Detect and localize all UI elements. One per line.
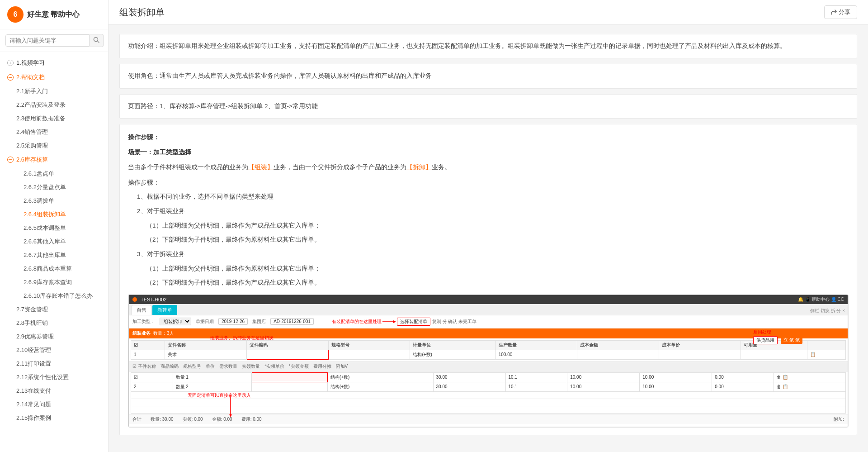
mock-confirm-btn[interactable]: 立 笔 笔 <box>781 337 802 344</box>
role-block: 使用角色：通常由生产人员或库管人员完成拆装业务的操作，库管人员确认原材料的出库和… <box>119 64 857 88</box>
annotation-switch-label: 组装业务、拆卸业务在这里切换 <box>210 335 274 341</box>
steps-block: 操作步骤： 场景一：加工类型选择 当由多个子件材料组装成一个成品的业务为【组装】… <box>119 124 857 435</box>
steps-title: 操作步骤： <box>128 132 849 143</box>
mock-type-btn[interactable]: 组装业务 <box>132 330 151 337</box>
step3: 3、对于拆装业务 <box>128 248 849 260</box>
mock-date: 2019-12-26 <box>218 318 248 325</box>
sidebar-item-2-6-9[interactable]: 2.6.9库存账本查询 <box>0 276 108 289</box>
svg-marker-7 <box>229 414 232 417</box>
mock-app-icon <box>132 297 137 302</box>
sidebar-item-2-13[interactable]: 2.13在线支付 <box>0 384 108 398</box>
search-area <box>0 29 108 52</box>
scenario1-title: 场景一：加工类型选择 <box>128 146 849 158</box>
nav-list: + 1.视频学习 2.帮助文档 2.1新手入门 2.2产品安装及登录 2.3使用… <box>0 52 108 452</box>
mock-parent-table: ☑ 父件名称 父件编码 规格型号 计量单位 生产数量 成本金额 成本单价 可用量 <box>131 340 846 360</box>
mock-col-parent-code: 父件编码 <box>246 340 328 350</box>
mock-col-cost-amount: 成本金额 <box>577 340 659 350</box>
sidebar-item-2-8[interactable]: 2.8手机旺铺 <box>0 316 108 330</box>
collapse-icon-2-6 <box>7 157 14 163</box>
mock-bottom-section-header: ☑ 子件名称 商品编码 规格型号 单位 需求数量 实领数量 *实领单价 *实领金… <box>129 362 848 371</box>
sidebar-item-2-6-1[interactable]: 2.6.1盘点单 <box>0 167 108 181</box>
sidebar-item-2-6-4[interactable]: 2.6.4组装拆卸单 <box>0 208 108 221</box>
sidebar-item-2-11[interactable]: 2.11打印设置 <box>0 357 108 371</box>
step3-1: （1）上部明细为父件明细，最终作为原材料生成其它出库单； <box>128 263 849 275</box>
sidebar-item-2-15[interactable]: 2.15操作案例 <box>0 411 108 425</box>
mock-child-row-1: ☑ 数量 1 结构(+数) 30.00 10.1 10.00 10.00 0. <box>131 372 846 382</box>
sidebar-item-2-1[interactable]: 2.1新手入门 <box>0 85 108 98</box>
mock-bom-btn[interactable]: 选择装配清单 <box>397 318 430 326</box>
logo-icon: 6 <box>7 6 24 23</box>
annotation-no-bom-arrow <box>226 395 235 417</box>
sidebar-item-2-6-10[interactable]: 2.6.10库存账本错了怎么办 <box>0 289 108 303</box>
step2: 2、对于组装业务 <box>128 205 849 217</box>
svg-marker-5 <box>393 320 396 323</box>
sidebar-item-docs[interactable]: 2.帮助文档 <box>0 70 108 85</box>
collapse-icon <box>7 74 14 81</box>
sidebar-item-2-4[interactable]: 2.4销售管理 <box>0 125 108 139</box>
sidebar-item-2-14[interactable]: 2.14常见问题 <box>0 398 108 411</box>
step3-2: （2）下部明细为子件明细，最终作为产成品生成其它入库单。 <box>128 277 849 289</box>
share-label: 分享 <box>839 8 850 16</box>
mock-type-select[interactable]: 组装拆卸 <box>160 318 191 325</box>
mock-parent-row-1: 1 美术 结构(+数) 100.00 <box>131 350 846 359</box>
main-content: 组装拆卸单 分享 功能介绍：组装拆卸单用来处理企业组装或拆卸等加工业务，支持有固… <box>108 0 868 452</box>
screenshot-inner: TEST-H002 🔔 📱 帮助中心 👤 CC 自售 新建单 侧栏 切换 拆 分… <box>128 295 848 427</box>
logo-area: 6 好生意 帮助中心 <box>0 0 108 29</box>
sidebar-item-2-5[interactable]: 2.5采购管理 <box>0 139 108 152</box>
sidebar: 6 好生意 帮助中心 + 1.视频学习 2.帮助文档 2.1新手入门 2.2产品… <box>0 0 108 452</box>
sidebar-item-2-6-7[interactable]: 2.6.7其他出库单 <box>0 248 108 262</box>
mock-col-ops <box>807 340 845 350</box>
expand-icon: + <box>7 60 14 66</box>
annotation-bom-text: 有装配清单的在这里处理 <box>332 319 382 325</box>
mock-order-id: AD-20191226-001 <box>270 318 314 325</box>
sidebar-item-2-6[interactable]: 2.6库存核算 <box>0 152 108 167</box>
sidebar-item-2-7[interactable]: 2.7资金管理 <box>0 303 108 316</box>
mock-icons: 🔔 📱 帮助中心 👤 CC <box>798 296 844 303</box>
sidebar-item-2-6-label: 2.6库存核算 <box>16 156 48 164</box>
mock-app-name: TEST-H002 <box>141 297 166 302</box>
sidebar-item-video[interactable]: + 1.视频学习 <box>0 56 108 70</box>
path-text: 页面路径：1、库存核算->库存管理->组装拆卸单 2、首页->常用功能 <box>128 103 318 109</box>
scenario1-intro: 当由多个子件材料组装成一个成品的业务为【组装】业务，当由一个父件拆分成多个子产品… <box>128 162 849 173</box>
mock-titlebar: TEST-H002 🔔 📱 帮助中心 👤 CC <box>129 295 848 304</box>
mock-child-row-4 <box>131 399 846 406</box>
mock-annotation-row: 无固定清单可以直接在这里录入 <box>129 424 848 427</box>
sidebar-item-2-6-5[interactable]: 2.6.5成本调整单 <box>0 221 108 235</box>
sidebar-item-2-6-8[interactable]: 2.6.8商品成本重算 <box>0 262 108 276</box>
sidebar-item-2-6-6[interactable]: 2.6.6其他入库单 <box>0 235 108 248</box>
mock-nav-icons: 侧栏 切换 拆 分 × <box>810 308 845 315</box>
sidebar-item-2-10[interactable]: 2.10经营管理 <box>0 343 108 357</box>
step2-2: （2）下部明细为子件明细，最终作为原材料生成其它出库单。 <box>128 234 849 246</box>
mock-enable-input[interactable]: 供货品用 <box>753 336 778 344</box>
search-button[interactable] <box>90 34 104 47</box>
annotation-no-bom-label: 无固定清单可以直接在这里录入 <box>188 392 251 399</box>
mock-top-table-area: ☑ 父件名称 父件编码 规格型号 计量单位 生产数量 成本金额 成本单价 可用量 <box>129 338 848 362</box>
sidebar-item-2-6-2[interactable]: 2.6.2分量盘点单 <box>0 181 108 194</box>
mock-tab-new[interactable]: 新建单 <box>152 305 177 315</box>
mock-col-cost-price: 成本单价 <box>659 340 741 350</box>
mock-footer-totals: 合计 数量: 30.00 实领: 0.00 金额: 0.00 费用: 0.00 … <box>129 414 848 424</box>
content-area: 功能介绍：组装拆卸单用来处理企业组装或拆卸等加工业务，支持有固定装配清单的产品加… <box>108 25 868 452</box>
screenshot-container: TEST-H002 🔔 📱 帮助中心 👤 CC 自售 新建单 侧栏 切换 拆 分… <box>128 294 849 428</box>
mock-type-switch-row: 组装业务 数量：3人 组装业务、拆卸业务在这里切换 启用处理 供货品用 立 笔 … <box>129 328 848 338</box>
share-button[interactable]: 分享 <box>824 5 857 19</box>
sidebar-item-2-2[interactable]: 2.2产品安装及登录 <box>0 98 108 112</box>
scenario1-steps-title: 操作步骤： <box>128 177 849 189</box>
mock-tab-zishou[interactable]: 自售 <box>132 305 151 315</box>
sidebar-item-2-6-3[interactable]: 2.6.3调拨单 <box>0 194 108 208</box>
intro-block: 功能介绍：组装拆卸单用来处理企业组装或拆卸等加工业务，支持有固定装配清单的产品加… <box>119 34 857 58</box>
sidebar-item-video-label: 1.视频学习 <box>16 59 45 67</box>
arrow-svg <box>382 319 396 324</box>
sidebar-item-2-12[interactable]: 2.12系统个性化设置 <box>0 371 108 384</box>
path-block: 页面路径：1、库存核算->库存管理->组装拆卸单 2、首页->常用功能 <box>119 94 857 119</box>
annotation-enable-label: 启用处理 <box>753 329 771 334</box>
mock-form-row: 加工类型： 组装拆卸 单据日期 2019-12-26 集团店 AD-201912… <box>129 315 848 328</box>
mock-col-unit: 计量单位 <box>410 340 495 350</box>
sidebar-item-2-9[interactable]: 2.9优惠券管理 <box>0 330 108 343</box>
sidebar-item-2-3[interactable]: 2.3使用前数据准备 <box>0 112 108 125</box>
step1: 1、根据不同的业务，选择不同单据的类型来处理 <box>128 191 849 203</box>
search-input[interactable] <box>5 34 90 47</box>
mock-tabs-row: 自售 新建单 侧栏 切换 拆 分 × <box>129 304 848 315</box>
step2-1: （1）上部明细为父件明细，最终作为产成品生成其它入库单； <box>128 220 849 232</box>
top-bar: 组装拆卸单 分享 <box>108 0 868 25</box>
